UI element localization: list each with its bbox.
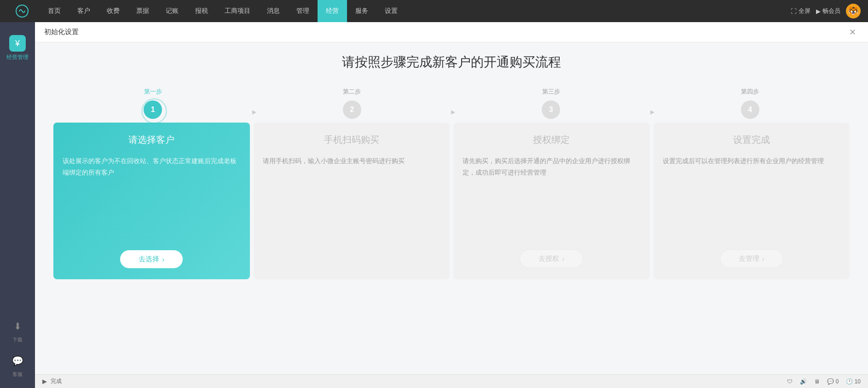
step3-card-footer: 去授权 › — [463, 249, 641, 268]
support-icon: 💬 — [9, 353, 26, 369]
shield-icon: 🛡 — [787, 378, 793, 385]
content-area: 初始化设置 ✕ 请按照步骤完成新客户的开通购买流程 第一步 1 ▶ — [35, 22, 868, 388]
sidebar: ¥ 经营管理 ⬇ 下载 💬 客服 — [0, 22, 35, 388]
step3-card-title: 授权绑定 — [463, 134, 641, 146]
main-layout: ¥ 经营管理 ⬇ 下载 💬 客服 初始化设置 ✕ 请按照步骤完成新客户的开通购买… — [0, 22, 868, 388]
step3-card: 授权绑定 请先购买，购买后选择开通的产品中的企业用户进行授权绑定，成功后即可进行… — [453, 123, 650, 279]
connector3-arrow: ▶ — [650, 109, 654, 115]
steps-progress: 第一步 1 ▶ 第二步 2 ▶ — [53, 88, 850, 119]
fullscreen-label: 全屏 — [799, 7, 810, 15]
step4-action-button[interactable]: 去管理 › — [720, 249, 783, 268]
nav-manage[interactable]: 管理 — [288, 0, 318, 22]
top-navigation: 首页 客户 收费 票据 记账 报税 工商项目 消息 管理 经营 服务 设置 ⛶ … — [0, 0, 868, 22]
sidebar-item-operation[interactable]: ¥ 经营管理 — [0, 29, 35, 67]
step4-card: 设置完成 设置完成后可以在管理列表进行所有企业用户的经营管理 去管理 › — [654, 123, 850, 279]
logo-area — [5, 4, 40, 18]
download-icon: ⬇ — [9, 318, 26, 335]
nav-bill[interactable]: 票据 — [128, 0, 157, 22]
sidebar-download[interactable]: ⬇ 下载 — [9, 315, 26, 346]
sidebar-support[interactable]: 💬 客服 — [9, 350, 26, 381]
close-button[interactable]: ✕ — [846, 26, 859, 39]
sidebar-item-label: 经营管理 — [6, 53, 29, 61]
step2-card-title: 手机扫码购买 — [263, 134, 441, 146]
step4-number: 4 — [748, 106, 752, 114]
nav-service[interactable]: 服务 — [347, 0, 376, 22]
play-icon: ▶ — [816, 8, 821, 15]
nav-right-area: ⛶ 全屏 ▶ 畅会员 🐯 — [791, 4, 868, 18]
step1-action-button[interactable]: 去选择 › — [120, 250, 183, 268]
content-header: 初始化设置 ✕ — [35, 22, 868, 42]
download-label: 下载 — [12, 336, 23, 343]
step1-button-arrow: › — [162, 255, 164, 263]
step1-card: 请选择客户 该处展示的客户为不在回收站、客户状态正常建账后完成老板端绑定的所有客… — [53, 123, 250, 279]
support-label: 客服 — [12, 371, 23, 378]
volume-icon: 🔊 — [800, 378, 807, 385]
main-content-area: 请按照步骤完成新客户的开通购买流程 第一步 1 ▶ 第二步 — [35, 42, 868, 374]
nav-operation[interactable]: 经营 — [318, 0, 347, 22]
step1-number: 1 — [151, 106, 155, 114]
nav-fee[interactable]: 收费 — [98, 0, 128, 22]
step4-circle: 4 — [741, 100, 759, 119]
clock-icon: 🕐 10 — [846, 378, 861, 385]
nav-message[interactable]: 消息 — [259, 0, 288, 22]
step3-circle: 3 — [542, 100, 560, 119]
step3-button-arrow: › — [562, 255, 564, 263]
step4-card-body: 设置完成后可以在管理列表进行所有企业用户的经营管理 — [663, 155, 841, 240]
nav-settings[interactable]: 设置 — [376, 0, 406, 22]
yuan-icon: ¥ — [9, 35, 26, 52]
status-bar: ▶ 完成 🛡 🔊 🖥 💬 0 🕐 10 — [35, 374, 868, 388]
step2-label: 第二步 — [343, 88, 361, 96]
step3-button-label: 去授权 — [538, 254, 559, 263]
nav-home[interactable]: 首页 — [40, 0, 69, 22]
nav-business[interactable]: 工商项目 — [216, 0, 259, 22]
chat-icon: 💬 0 — [827, 378, 839, 385]
step4-card-title: 设置完成 — [663, 134, 841, 146]
nav-menu: 首页 客户 收费 票据 记账 报税 工商项目 消息 管理 经营 服务 设置 — [40, 0, 791, 22]
step1-circle: 1 — [144, 100, 162, 119]
step4-card-footer: 去管理 › — [663, 249, 841, 268]
fullscreen-button[interactable]: ⛶ 全屏 — [791, 7, 810, 15]
status-label: 完成 — [51, 377, 62, 385]
step2-card-body: 请用手机扫码，输入小微企业主账号密码进行购买 — [263, 155, 441, 259]
page-title: 初始化设置 — [44, 28, 79, 36]
step4-button-arrow: › — [762, 255, 764, 263]
step1-card-body: 该处展示的客户为不在回收站、客户状态正常建账后完成老板端绑定的所有客户 — [63, 155, 241, 241]
nav-tax[interactable]: 报税 — [187, 0, 216, 22]
status-right: 🛡 🔊 🖥 💬 0 🕐 10 — [787, 378, 861, 385]
status-left: ▶ 完成 — [42, 377, 62, 385]
step1-card-title: 请选择客户 — [63, 134, 241, 146]
step2-card: 手机扫码购买 请用手机扫码，输入小微企业主账号密码进行购买 — [254, 123, 450, 279]
app-logo — [15, 4, 29, 18]
step1-label: 第一步 — [144, 88, 162, 96]
avatar[interactable]: 🐯 — [846, 4, 861, 18]
connector1-arrow: ▶ — [252, 109, 256, 115]
step1-button-label: 去选择 — [139, 255, 159, 264]
connector2-arrow: ▶ — [451, 109, 455, 115]
sidebar-bottom: ⬇ 下载 💬 客服 — [9, 315, 26, 388]
member-label: 畅会员 — [822, 7, 840, 15]
nav-bookkeep[interactable]: 记账 — [157, 0, 187, 22]
step-cards: 请选择客户 该处展示的客户为不在回收站、客户状态正常建账后完成老板端绑定的所有客… — [53, 123, 850, 279]
screen-icon: 🖥 — [814, 378, 820, 385]
main-heading: 请按照步骤完成新客户的开通购买流程 — [53, 53, 850, 71]
step3-number: 3 — [549, 106, 553, 114]
play-status-icon: ▶ — [42, 378, 47, 385]
step4-label: 第四步 — [741, 88, 759, 96]
step3-action-button[interactable]: 去授权 › — [520, 249, 583, 268]
step3-card-body: 请先购买，购买后选择开通的产品中的企业用户进行授权绑定，成功后即可进行经营管理 — [463, 155, 641, 240]
nav-customer[interactable]: 客户 — [69, 0, 98, 22]
step2-circle: 2 — [343, 100, 361, 119]
step2-number: 2 — [350, 106, 354, 114]
step4-button-label: 去管理 — [739, 254, 759, 263]
member-button[interactable]: ▶ 畅会员 — [816, 7, 840, 15]
step3-label: 第三步 — [542, 88, 560, 96]
fullscreen-icon: ⛶ — [791, 8, 797, 15]
step1-card-footer: 去选择 › — [63, 250, 241, 268]
